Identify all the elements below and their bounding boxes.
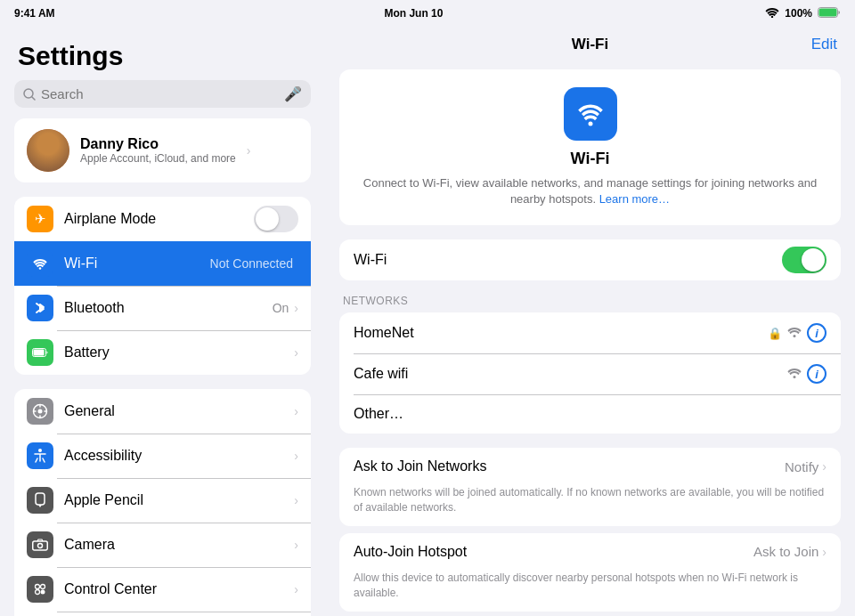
info-icon-homenet[interactable]: i xyxy=(807,323,826,343)
wifi-icon xyxy=(27,250,53,277)
content-header: Wi-Fi Edit xyxy=(325,27,855,62)
auto-join-label: Auto-Join Hotspot xyxy=(354,544,753,560)
control-center-label: Control Center xyxy=(64,581,294,597)
avatar xyxy=(27,129,69,172)
bluetooth-icon xyxy=(27,295,53,321)
profile-chevron: › xyxy=(247,143,251,158)
wifi-toggle-label: Wi-Fi xyxy=(354,252,387,268)
svg-point-4 xyxy=(39,267,42,270)
wifi-toggle-card: Wi-Fi xyxy=(339,239,841,280)
auto-join-value: Ask to Join xyxy=(753,544,818,559)
pencil-chevron: › xyxy=(294,493,298,507)
ask-join-chevron: › xyxy=(822,459,826,474)
bluetooth-chevron: › xyxy=(294,301,298,315)
settings-section-1: ✈ Airplane Mode Wi-Fi Not Connected xyxy=(14,197,311,375)
control-chevron: › xyxy=(294,582,298,596)
network-name-other: Other… xyxy=(354,406,826,422)
learn-more-link[interactable]: Learn more… xyxy=(599,192,670,206)
microphone-icon: 🎤 xyxy=(284,85,302,102)
accessibility-label: Accessibility xyxy=(64,448,294,464)
sidebar-item-camera[interactable]: Camera › xyxy=(14,523,311,567)
svg-rect-11 xyxy=(33,541,48,550)
networks-section-label: NETWORKS xyxy=(339,295,841,307)
wifi-hero-title: Wi-Fi xyxy=(357,150,823,168)
search-bar[interactable]: 🎤 xyxy=(14,80,311,108)
battery-label: Battery xyxy=(64,344,294,361)
sidebar-item-wifi[interactable]: Wi-Fi Not Connected xyxy=(14,241,311,286)
general-icon xyxy=(27,398,53,425)
accessibility-icon xyxy=(27,442,53,469)
airplane-icon: ✈ xyxy=(27,206,53,232)
auto-join-chevron: › xyxy=(822,545,826,559)
wifi-signal-cafewifi xyxy=(787,366,802,382)
general-label: General xyxy=(64,403,294,419)
battery-chevron: › xyxy=(294,345,298,360)
sidebar-title: Settings xyxy=(0,27,325,80)
sidebar-item-apple-pencil[interactable]: Apple Pencil › xyxy=(14,478,311,523)
battery-status: 100% xyxy=(785,7,812,20)
battery-icon xyxy=(818,7,841,20)
bluetooth-label: Bluetooth xyxy=(64,300,273,316)
svg-rect-6 xyxy=(34,350,45,356)
bluetooth-value: On xyxy=(273,301,289,315)
svg-point-14 xyxy=(41,585,45,589)
sidebar-item-battery[interactable]: Battery › xyxy=(14,330,311,375)
airplane-label: Airplane Mode xyxy=(64,211,254,227)
pencil-label: Apple Pencil xyxy=(64,492,294,508)
general-chevron: › xyxy=(294,404,298,418)
content-area: Wi-Fi Edit Wi-Fi Connect to Wi-Fi, view … xyxy=(325,27,855,616)
edit-button[interactable]: Edit xyxy=(811,36,837,53)
svg-point-15 xyxy=(36,590,40,595)
network-row-cafewifi[interactable]: Cafe wifi i xyxy=(339,353,841,394)
sidebar: Settings 🎤 Danny Rico Apple Account, iCl… xyxy=(0,27,325,616)
wifi-label: Wi-Fi xyxy=(64,255,210,272)
svg-point-16 xyxy=(41,590,45,595)
network-name-cafewifi: Cafe wifi xyxy=(354,366,787,382)
wifi-status-icon xyxy=(765,7,779,20)
wifi-signal-homenet xyxy=(787,325,802,341)
wifi-main-toggle[interactable] xyxy=(782,247,826,273)
accessibility-chevron: › xyxy=(294,449,298,463)
ask-join-networks-row[interactable]: Ask to Join Networks Notify › xyxy=(339,448,841,485)
profile-row[interactable]: Danny Rico Apple Account, iCloud, and mo… xyxy=(14,118,311,182)
wifi-hero-description: Connect to Wi-Fi, view available network… xyxy=(357,175,823,207)
settings-section-2: General › Accessibility › xyxy=(14,389,311,616)
wifi-hero-svg xyxy=(574,101,607,126)
profile-subtitle: Apple Account, iCloud, and more xyxy=(80,152,236,165)
search-input[interactable] xyxy=(41,86,279,101)
auto-join-row[interactable]: Auto-Join Hotspot Ask to Join › xyxy=(339,533,841,571)
network-row-homenet[interactable]: HomeNet 🔒 i xyxy=(339,312,841,353)
main-layout: Settings 🎤 Danny Rico Apple Account, iCl… xyxy=(0,27,855,616)
status-time: 9:41 AM xyxy=(14,7,55,20)
sidebar-item-display[interactable]: Display & Brightness › xyxy=(14,612,311,616)
airplane-toggle[interactable] xyxy=(254,206,298,232)
ask-join-description: Known networks will be joined automatica… xyxy=(339,485,841,526)
control-center-icon xyxy=(27,576,53,603)
search-icon xyxy=(23,88,36,101)
wifi-hero-card: Wi-Fi Connect to Wi-Fi, view available n… xyxy=(339,69,841,225)
profile-name: Danny Rico xyxy=(80,136,236,152)
wifi-status-value: Not Connected xyxy=(210,256,293,271)
status-date: Mon Jun 10 xyxy=(384,7,443,20)
svg-point-8 xyxy=(38,409,43,414)
lock-icon-homenet: 🔒 xyxy=(768,327,782,340)
sidebar-item-accessibility[interactable]: Accessibility › xyxy=(14,434,311,478)
svg-point-24 xyxy=(794,376,796,378)
info-icon-cafewifi[interactable]: i xyxy=(807,364,826,384)
battery-row-icon xyxy=(27,339,53,366)
content-title: Wi-Fi xyxy=(572,36,608,53)
svg-rect-2 xyxy=(818,8,836,16)
camera-chevron: › xyxy=(294,538,298,552)
network-row-other[interactable]: Other… xyxy=(339,394,841,434)
svg-point-13 xyxy=(36,585,40,589)
sidebar-item-control-center[interactable]: Control Center › xyxy=(14,567,311,612)
ask-join-label: Ask to Join Networks xyxy=(354,458,785,474)
sidebar-item-bluetooth[interactable]: Bluetooth On › xyxy=(14,286,311,330)
svg-point-0 xyxy=(771,15,773,17)
svg-point-23 xyxy=(794,335,796,337)
auto-join-description: Allow this device to automatically disco… xyxy=(339,571,841,612)
auto-join-hotspot-card: Auto-Join Hotspot Ask to Join › Allow th… xyxy=(339,533,841,612)
sidebar-item-general[interactable]: General › xyxy=(14,389,311,434)
camera-label: Camera xyxy=(64,537,294,553)
sidebar-item-airplane[interactable]: ✈ Airplane Mode xyxy=(14,197,311,241)
